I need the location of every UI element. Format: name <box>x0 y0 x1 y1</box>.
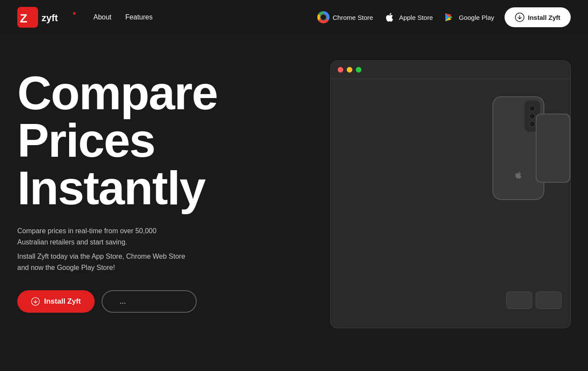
phone-apple-logo <box>514 170 523 182</box>
window-dot-green <box>356 67 361 73</box>
hero-install-icon <box>31 297 40 306</box>
hero-section: Compare Prices Instantly Compare prices … <box>0 35 588 371</box>
hero-heading-line1: Compare <box>17 66 217 119</box>
hero-subtext2: Install Zyft today via the App Store, Ch… <box>17 251 225 273</box>
window-titlebar <box>331 61 570 79</box>
hero-heading-line3: Instantly <box>17 161 205 214</box>
window-content <box>331 79 570 326</box>
nav-links: About Features <box>93 13 317 21</box>
device-cards <box>506 292 562 309</box>
install-btn-nav-label: Install Zyft <box>528 14 560 21</box>
svg-text:Z: Z <box>20 12 27 25</box>
chrome-store-link[interactable]: Chrome Store <box>317 11 373 23</box>
window-dot-red <box>338 67 343 73</box>
device-card-1 <box>506 292 532 309</box>
hero-heading: Compare Prices Instantly <box>17 69 322 212</box>
google-play-icon <box>443 11 455 23</box>
nav-store-links: Chrome Store Apple Store Google Play <box>317 11 494 23</box>
tablet-mockup <box>536 114 570 183</box>
hero-install-label: Install Zyft <box>44 297 81 306</box>
window-dot-yellow <box>347 67 352 73</box>
google-play-label: Google Play <box>459 14 494 21</box>
hero-heading-line2: Prices <box>17 114 155 167</box>
apple-store-icon <box>383 11 396 23</box>
hero-right <box>322 60 571 328</box>
camera-lens-1 <box>529 105 535 111</box>
install-btn-nav[interactable]: Install Zyft <box>505 7 571 27</box>
camera-lens-3 <box>529 121 535 127</box>
hero-secondary-button[interactable]: ... <box>102 290 197 313</box>
logo-link[interactable]: Z zyft <box>17 7 76 28</box>
navigation: Z zyft About Features Chrome Store Apple… <box>0 0 588 35</box>
hero-secondary-label: ... <box>120 297 126 306</box>
zyft-wordmark: zyft <box>42 11 76 24</box>
zyft-nav-btn-icon <box>515 13 524 22</box>
nav-features[interactable]: Features <box>125 13 153 21</box>
apple-store-link[interactable]: Apple Store <box>383 11 433 23</box>
nav-about[interactable]: About <box>93 13 112 21</box>
hero-left: Compare Prices Instantly Compare prices … <box>17 60 322 313</box>
apple-store-label: Apple Store <box>399 14 433 21</box>
svg-text:zyft: zyft <box>42 13 58 23</box>
hero-subtext1: Compare prices in real-time from over 50… <box>17 225 199 247</box>
chrome-store-icon <box>317 11 329 23</box>
zyft-logo-icon: Z <box>17 7 38 28</box>
device-window <box>330 60 571 328</box>
google-play-link[interactable]: Google Play <box>443 11 494 23</box>
hero-install-button[interactable]: Install Zyft <box>17 290 95 313</box>
device-card-2 <box>536 292 562 309</box>
camera-lens-2 <box>529 113 535 119</box>
svg-point-3 <box>73 12 76 15</box>
hero-buttons: Install Zyft ... <box>17 290 322 313</box>
chrome-store-label: Chrome Store <box>333 14 373 21</box>
